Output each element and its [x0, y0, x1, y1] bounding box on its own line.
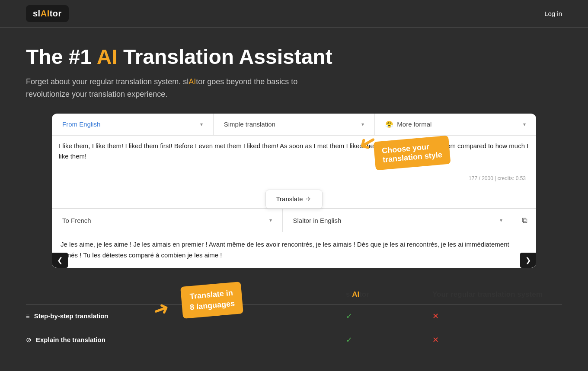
comparison-feature-col: [26, 290, 346, 299]
credits-label: credits: 0.53: [498, 175, 526, 181]
cross-icon: ✕: [432, 336, 439, 344]
style-select[interactable]: Simple translation ▾: [214, 114, 375, 135]
char-count-value: 177 / 2000: [469, 175, 493, 181]
from-language-select[interactable]: From English ▾: [52, 114, 214, 135]
hero-title-suffix: Translation Assistant: [118, 45, 332, 68]
comparison-section: slAItor Your regular translation system …: [26, 285, 562, 369]
translator-wrapper: Choose yourtranslation style ➜ Translate…: [26, 114, 562, 268]
logo-tor: tor: [50, 9, 62, 18]
source-text-area-wrap: 177 / 2000 | credits: 0.53: [52, 136, 536, 190]
check-icon: ✓: [346, 336, 352, 344]
hero-title-prefix: The #1: [26, 45, 97, 68]
output-row: To French ▾ Slaitor in English ▾ ⧉: [52, 209, 536, 232]
translate-button[interactable]: Translate ✈: [265, 190, 323, 209]
hero-subtitle-prefix: Forget about your regular translation sy…: [26, 77, 189, 86]
slaitor-language-label: Slaitor in English: [293, 217, 342, 224]
hero-subtitle-ai: AI: [189, 77, 196, 86]
feature-label-explain: ⊘ Explain the translation: [26, 336, 346, 344]
tone-select[interactable]: 😤 More formal ▾: [375, 114, 536, 135]
table-row: ⊘ Explain the translation ✓ ✕: [26, 328, 562, 352]
tone-chevron-icon: ▾: [523, 121, 526, 127]
step-icon: ≡: [26, 312, 30, 320]
comparison-regular-col: Your regular translation system: [432, 290, 562, 299]
hero-title: The #1 AI Translation Assistant: [26, 45, 562, 69]
step-label: Step-by-step translation: [34, 312, 109, 320]
to-language-chevron-icon: ▾: [269, 217, 272, 223]
explain-label: Explain the translation: [36, 336, 105, 343]
send-icon: ✈: [306, 195, 312, 203]
nav-next-button[interactable]: ❯: [520, 253, 536, 268]
login-button[interactable]: Log in: [544, 10, 562, 17]
translator-output: To French ▾ Slaitor in English ▾ ⧉ Je le…: [52, 208, 536, 268]
tone-emoji: 😤: [385, 120, 393, 128]
cross-icon: ✕: [432, 312, 439, 320]
translator-card: From English ▾ Simple translation ▾ 😤 Mo…: [52, 114, 536, 268]
to-language-select[interactable]: To French ▾: [52, 209, 283, 232]
feature-label-step: ≡ Step-by-step translation: [26, 312, 346, 320]
col-slaitor-ai: AI: [352, 290, 359, 298]
tone-label: More formal: [397, 120, 431, 128]
source-text-input[interactable]: [59, 141, 529, 172]
step-regular-check: ✕: [432, 311, 562, 321]
logo[interactable]: slAItor: [26, 5, 69, 22]
explain-regular-check: ✕: [432, 335, 562, 345]
output-selects: To French ▾ Slaitor in English ▾: [52, 209, 513, 232]
hero-subtitle: Forget about your regular translation sy…: [26, 76, 329, 101]
col-slaitor-prefix: sl: [346, 290, 352, 298]
hero-section: The #1 AI Translation Assistant Forget a…: [0, 28, 588, 114]
style-label: Simple translation: [224, 120, 275, 128]
explain-slaitor-check: ✓: [346, 335, 432, 345]
copy-icon: ⧉: [522, 216, 527, 225]
copy-button[interactable]: ⧉: [513, 209, 536, 232]
comparison-header: slAItor Your regular translation system: [26, 285, 562, 304]
output-text: Je les aime, je les aime ! Je les aimais…: [52, 232, 536, 268]
slaitor-language-chevron-icon: ▾: [500, 217, 502, 223]
table-row: ≡ Step-by-step translation ✓ ✕: [26, 304, 562, 328]
translator-top-bar: From English ▾ Simple translation ▾ 😤 Mo…: [52, 114, 536, 136]
slaitor-language-select[interactable]: Slaitor in English ▾: [283, 209, 513, 232]
from-language-label: From English: [62, 120, 100, 128]
char-count: 177 / 2000 | credits: 0.53: [59, 174, 529, 185]
step-slaitor-check: ✓: [346, 311, 432, 321]
logo-ai: AI: [41, 9, 50, 18]
header: slAItor Log in: [0, 0, 588, 28]
check-icon: ✓: [346, 312, 352, 320]
to-language-label: To French: [62, 217, 91, 224]
nav-prev-button[interactable]: ❮: [52, 253, 68, 268]
hero-title-ai: AI: [97, 45, 118, 68]
translate-button-wrap: Translate ✈: [52, 190, 536, 209]
from-language-chevron-icon: ▾: [200, 121, 203, 127]
logo-sl: sl: [33, 9, 41, 18]
style-chevron-icon: ▾: [361, 121, 364, 127]
col-slaitor-suffix: tor: [359, 290, 369, 298]
translate-label: Translate: [276, 195, 303, 203]
explain-icon: ⊘: [26, 336, 32, 344]
comparison-slaitor-col: slAItor: [346, 290, 432, 299]
